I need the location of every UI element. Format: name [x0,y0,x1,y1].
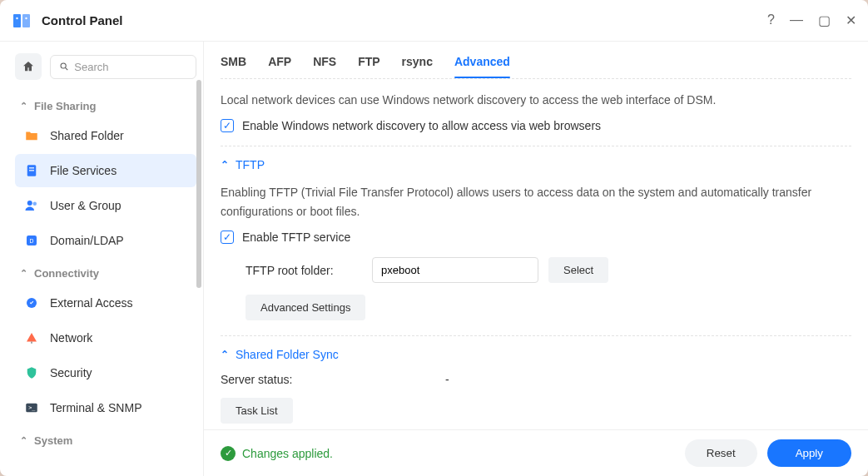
sidebar-group-label: System [34,434,72,447]
sfs-status-label: Server status: [221,373,395,386]
shield-icon [23,364,40,381]
content-scroll[interactable]: Local network devices can use Windows ne… [204,79,868,429]
titlebar: Control Panel ? — ▢ ✕ [0,0,868,42]
sidebar-item-terminal-snmp[interactable]: >_ Terminal & SNMP [15,391,196,424]
minimize-icon[interactable]: — [790,12,803,28]
section-tftp-heading[interactable]: ⌃ TFTP [221,158,851,171]
svg-point-2 [16,17,17,18]
svg-rect-7 [29,167,34,168]
users-icon [23,197,40,214]
tab-afp[interactable]: AFP [268,55,291,78]
home-button[interactable] [15,53,42,80]
sidebar-item-external-access[interactable]: External Access [15,286,196,320]
sidebar-item-label: File Services [50,164,117,177]
sidebar-item-label: External Access [50,296,133,310]
tftp-enable-row: ✓ Enable TFTP service [221,231,851,244]
network-icon [23,330,40,346]
tab-smb[interactable]: SMB [221,55,246,78]
svg-point-3 [25,17,27,18]
wsd-checkbox[interactable]: ✓ [221,119,234,132]
svg-rect-0 [13,14,21,27]
chevron-up-icon: ⌃ [20,268,27,279]
svg-rect-1 [22,14,30,27]
terminal-icon: >_ [23,399,40,416]
chevron-up-icon: ⌃ [221,349,229,360]
chevron-up-icon: ⌃ [20,101,27,112]
tftp-root-input[interactable] [372,257,538,283]
chevron-up-icon: ⌃ [221,159,229,171]
tabs: SMB AFP NFS FTP rsync Advanced [204,42,868,78]
tab-ftp[interactable]: FTP [358,55,379,78]
sidebar-group-file-sharing[interactable]: ⌃ File Sharing [15,92,196,119]
wsd-checkbox-row: ✓ Enable Windows network discovery to al… [221,119,851,132]
sidebar-group-system[interactable]: ⌃ System [15,426,196,454]
search-input[interactable] [74,61,187,73]
tftp-advanced-settings-button[interactable]: Advanced Settings [246,295,365,320]
reset-button[interactable]: Reset [685,439,757,467]
sidebar-group-label: Connectivity [34,267,99,280]
sidebar-item-file-services[interactable]: File Services [15,154,196,187]
sidebar-item-label: Terminal & SNMP [50,401,141,414]
success-icon: ✓ [221,446,236,461]
close-icon[interactable]: ✕ [846,12,856,28]
status-message: ✓ Changes applied. [221,446,675,461]
sidebar-item-label: Security [50,366,92,379]
section-sfs-heading[interactable]: ⌃ Shared Folder Sync [221,348,851,361]
tftp-enable-label: Enable TFTP service [242,231,350,244]
sidebar-item-label: Network [50,331,92,345]
svg-point-4 [61,63,66,68]
sidebar-group-label: File Sharing [34,100,96,112]
footer: ✓ Changes applied. Reset Apply [204,429,868,476]
sidebar-scrollbar[interactable] [196,80,201,288]
sidebar-item-user-group[interactable]: User & Group [15,189,196,222]
content: SMB AFP NFS FTP rsync Advanced Local net… [204,42,868,476]
tftp-root-row: TFTP root folder: Select [246,257,851,283]
svg-line-5 [66,68,68,71]
sidebar-group-connectivity[interactable]: ⌃ Connectivity [15,259,196,286]
svg-rect-8 [29,170,34,171]
maximize-icon[interactable]: ▢ [818,12,831,28]
svg-text:D: D [30,238,34,244]
apply-button[interactable]: Apply [767,439,851,467]
help-icon[interactable]: ? [767,12,775,28]
sidebar-item-label: Shared Folder [50,129,124,142]
tftp-description: Enabling TFTP (Trivial File Transfer Pro… [221,183,851,221]
control-panel-window: Control Panel ? — ▢ ✕ ⌃ File Sharing [0,0,868,476]
search-box[interactable] [50,55,196,79]
sidebar-item-domain-ldap[interactable]: D Domain/LDAP [15,224,196,257]
sidebar-item-label: User & Group [50,199,122,212]
svg-point-10 [33,202,37,206]
sidebar-item-network[interactable]: Network [15,321,196,355]
folder-icon [23,127,40,144]
file-icon [23,162,40,179]
status-text: Changes applied. [242,447,333,460]
tab-rsync[interactable]: rsync [402,55,433,78]
sfs-status-row: Server status: - [221,373,851,386]
window-controls: ? — ▢ ✕ [767,12,856,28]
sidebar-item-shared-folder[interactable]: Shared Folder [15,119,196,152]
sidebar: ⌃ File Sharing Shared Folder File Servic… [0,42,204,476]
external-icon [23,295,40,311]
wsd-description: Local network devices can use Windows ne… [221,91,851,109]
chevron-up-icon: ⌃ [20,435,27,446]
task-list-button[interactable]: Task List [221,398,293,424]
svg-rect-14 [31,342,32,344]
tftp-root-label: TFTP root folder: [246,264,362,277]
wsd-checkbox-label: Enable Windows network discovery to allo… [242,119,601,132]
svg-text:>_: >_ [28,404,36,411]
tab-advanced[interactable]: Advanced [454,55,510,78]
sfs-status-value: - [445,373,449,386]
tftp-select-button[interactable]: Select [548,257,608,283]
section-title: Shared Folder Sync [236,348,339,361]
app-icon [12,11,32,31]
window-title: Control Panel [42,13,767,27]
tftp-enable-checkbox[interactable]: ✓ [221,231,234,244]
ldap-icon: D [23,232,40,249]
tab-nfs[interactable]: NFS [313,55,336,78]
home-icon [22,60,35,73]
section-title: TFTP [236,158,265,171]
search-icon [59,61,69,72]
svg-point-9 [27,201,32,206]
sidebar-item-security[interactable]: Security [15,356,196,389]
sidebar-item-label: Domain/LDAP [50,234,124,247]
